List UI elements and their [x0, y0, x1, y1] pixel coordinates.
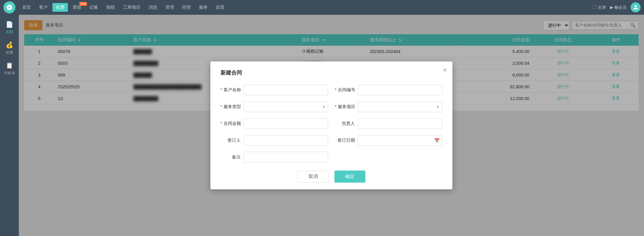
modal-overlay[interactable]: 新建合同 ✕ 客户名称 合同编号 服务类型: [19, 15, 644, 236]
form-group-service-type: 服务类型 ▼: [220, 101, 328, 112]
amount-label: 合同金额: [220, 121, 241, 127]
top-navigation: 首页 客户 收费 票据 new 记账 报税 工商项目 消息 管理 经营 服务 设…: [0, 0, 644, 15]
nav-manage[interactable]: 管理: [162, 3, 177, 12]
user-icon: [633, 5, 638, 10]
fullscreen-icon: ⛶: [593, 5, 597, 10]
member-icon: ▶: [610, 5, 613, 10]
sign-date-input[interactable]: 2023-06-06: [358, 135, 442, 146]
nav-right: ⛶ 全屏 ▶ 畅会员: [593, 2, 641, 12]
nav-message[interactable]: 消息: [145, 3, 161, 12]
cancel-button[interactable]: 取消: [297, 171, 329, 183]
sidebar: 📄 合同 💰 收费 📋 对账单: [0, 15, 19, 236]
reconcile-icon: 📋: [6, 62, 13, 69]
nav-tax[interactable]: 报税: [103, 3, 118, 12]
service-item-label: 服务项目: [335, 104, 355, 110]
member-button[interactable]: ▶ 畅会员: [610, 5, 627, 10]
form-row-1: 客户名称 合同编号: [220, 85, 442, 95]
billing-icon: 💰: [6, 41, 13, 49]
signatory-label: 签订人: [220, 137, 241, 143]
form-group-amount: 合同金额 0.00: [220, 118, 328, 129]
responsible-label: 负责人: [335, 121, 355, 127]
fullscreen-button[interactable]: ⛶ 全屏: [593, 5, 606, 10]
modal-footer: 取消 确定: [220, 171, 442, 183]
contract-icon: 📄: [6, 21, 13, 28]
form-row-2: 服务类型 ▼ 服务项目 ▼: [220, 101, 442, 112]
responsible-input[interactable]: [358, 118, 442, 129]
service-item-select[interactable]: [358, 101, 442, 112]
customer-name-label: 客户名称: [220, 87, 241, 93]
customer-name-input[interactable]: [244, 85, 328, 95]
form-group-service-item: 服务项目 ▼: [335, 101, 442, 112]
service-item-wrapper: ▼: [358, 101, 442, 112]
form-group-signatory: 签订人: [220, 135, 328, 146]
nav-service[interactable]: 服务: [196, 3, 211, 12]
nav-client[interactable]: 客户: [36, 3, 51, 12]
nav-invoice[interactable]: 票据 new: [69, 3, 85, 12]
contract-no-input[interactable]: [358, 85, 442, 95]
note-input[interactable]: [243, 152, 328, 162]
confirm-button[interactable]: 确定: [334, 171, 365, 183]
form-group-note: 备注: [220, 152, 328, 162]
sidebar-item-contract[interactable]: 📄 合同: [1, 18, 18, 37]
service-type-label: 服务类型: [220, 104, 241, 110]
nav-accounting[interactable]: 记账: [86, 3, 102, 12]
signatory-input[interactable]: [243, 135, 328, 146]
nav-settings[interactable]: 设置: [212, 3, 228, 12]
form-group-contract-no: 合同编号: [335, 85, 442, 95]
service-type-wrapper: ▼: [244, 101, 328, 112]
form-group-sign-date: 签订日期 2023-06-06 📅: [335, 135, 442, 146]
sidebar-item-reconcile[interactable]: 📋 对账单: [1, 59, 18, 78]
sign-date-label: 签订日期: [335, 137, 355, 143]
modal-title: 新建合同: [220, 69, 442, 77]
form-row-4: 签订人 签订日期 2023-06-06 📅: [220, 135, 442, 146]
service-type-select[interactable]: [244, 101, 328, 112]
sign-date-wrapper: 2023-06-06 📅: [358, 135, 442, 146]
logo-icon: [6, 4, 13, 11]
main-content: 新增 服务项目 进行中 已完成 已终止 🔍 序号 合同: [19, 15, 644, 236]
main-layout: 📄 合同 💰 收费 📋 对账单 新增 服务项目 进行中 已完成 已终止: [0, 15, 644, 236]
new-contract-modal: 新建合同 ✕ 客户名称 合同编号 服务类型: [210, 61, 452, 189]
sidebar-item-billing[interactable]: 💰 收费: [1, 39, 18, 58]
form-group-customer: 客户名称: [220, 85, 328, 95]
nav-billing[interactable]: 收费: [52, 3, 68, 12]
nav-operations[interactable]: 经营: [179, 3, 194, 12]
amount-input[interactable]: 0.00: [244, 118, 328, 129]
nav-items: 首页 客户 收费 票据 new 记账 报税 工商项目 消息 管理 经营 服务 设…: [19, 3, 593, 12]
contract-no-label: 合同编号: [335, 87, 355, 93]
nav-business[interactable]: 工商项目: [120, 3, 144, 12]
modal-close-button[interactable]: ✕: [443, 67, 447, 73]
nav-home[interactable]: 首页: [19, 3, 34, 12]
form-group-responsible: 负责人: [335, 118, 442, 129]
form-row-5: 备注: [220, 152, 442, 162]
avatar[interactable]: [631, 2, 641, 12]
note-label: 备注: [220, 154, 241, 160]
form-row-3: 合同金额 0.00 负责人: [220, 118, 442, 129]
app-logo[interactable]: [3, 1, 15, 13]
